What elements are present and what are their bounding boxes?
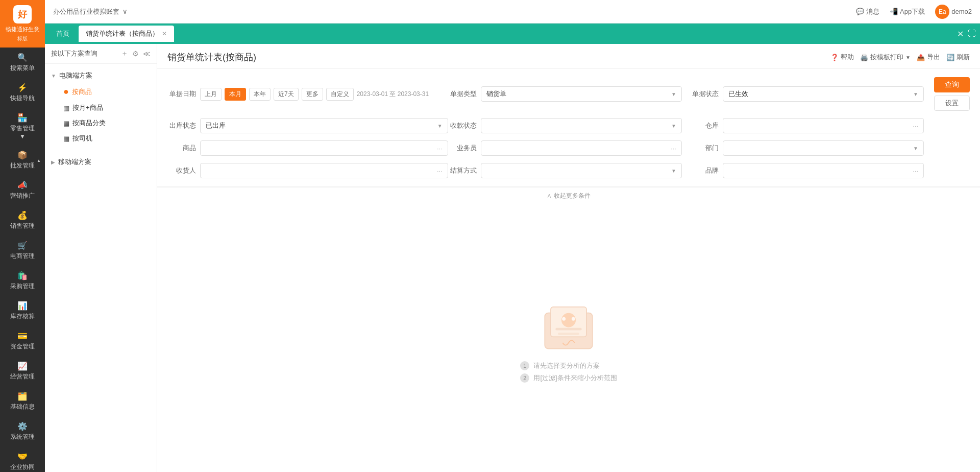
tab-sales-stat[interactable]: 销货单统计表（按商品） ✕ <box>79 26 174 42</box>
date-btn-this-month[interactable]: 本月 <box>225 88 246 101</box>
empty-illustration <box>533 294 604 357</box>
sidebar-item-system[interactable]: ⚙️ 系统管理 <box>0 416 45 446</box>
sidebar-label-wholesale: 批发管理 <box>10 161 35 170</box>
sidebar-item-search[interactable]: 🔍 搜索菜单 <box>0 48 45 78</box>
sidebar-item-quicknav[interactable]: ⚡ 快捷导航 <box>0 78 45 108</box>
by-driver-label: 按司机 <box>72 134 92 143</box>
sidebar-item-inventory[interactable]: 📊 库存核算 <box>0 296 45 326</box>
doc-type-label: 单据类型 <box>448 89 477 99</box>
collapse-bar[interactable]: ∧ 收起更多条件 <box>157 187 980 204</box>
filter-receipt-status-field: 收款状态 ▼ <box>448 118 682 133</box>
tab-close-icon[interactable]: ✕ <box>162 30 167 37</box>
scheme-by-product[interactable]: ● 按商品 <box>59 83 157 100</box>
svg-point-6 <box>572 317 575 320</box>
filter-area: 单据日期 上月 本月 本年 近7天 更多 自定义 2023-03-01 至 20… <box>157 69 980 187</box>
recipient-input[interactable]: ··· <box>200 163 448 178</box>
by-month-product-icon: ▦ <box>63 104 69 112</box>
sidebar-item-wholesale[interactable]: 📦 批发管理 <box>0 145 45 175</box>
date-btn-this-year[interactable]: 本年 <box>249 88 271 101</box>
sidebar-item-ecommerce[interactable]: 🛒 电商管理 <box>0 235 45 266</box>
brand-input[interactable]: ··· <box>723 163 924 178</box>
export-btn[interactable]: 📤 导出 <box>917 53 940 62</box>
by-category-label: 按商品分类 <box>72 119 106 128</box>
by-month-product-label: 按月+商品 <box>72 103 103 112</box>
filter-date-field: 单据日期 上月 本月 本年 近7天 更多 自定义 2023-03-01 至 20… <box>167 88 448 101</box>
by-product-dot: ● <box>63 86 69 97</box>
sidebar-item-operations[interactable]: 📈 经营管理 <box>0 356 45 386</box>
search-icon: 🔍 <box>17 53 28 62</box>
by-category-icon: ▦ <box>63 120 69 127</box>
out-status-input[interactable]: 已出库 ▼ <box>200 118 448 133</box>
tab-close-all-icon[interactable]: ✕ <box>957 29 964 39</box>
filter-row-2: 出库状态 已出库 ▼ 收款状态 ▼ <box>167 118 970 133</box>
collapse-panel-btn[interactable]: ≪ <box>143 50 151 58</box>
refresh-btn[interactable]: 🔄 刷新 <box>946 53 970 62</box>
settlement-chevron: ▼ <box>671 168 676 174</box>
date-btn-7days[interactable]: 近7天 <box>274 88 299 101</box>
sidebar-item-purchase[interactable]: 🛍️ 采购管理 <box>0 266 45 296</box>
settlement-input[interactable]: ▼ <box>481 163 682 178</box>
setting-btn[interactable]: 设置 <box>934 96 970 111</box>
salesperson-label: 业务员 <box>448 144 477 153</box>
query-btn[interactable]: 查询 <box>934 77 970 92</box>
warehouse-dots: ··· <box>913 122 918 130</box>
app-name: 畅捷通好生意 <box>6 26 39 33</box>
sales-icon: 💰 <box>17 210 28 220</box>
date-btn-last-month[interactable]: 上月 <box>200 88 222 101</box>
message-btn[interactable]: 💬 消息 <box>856 7 879 16</box>
print-chevron: ▼ <box>905 55 911 60</box>
sidebar-item-marketing[interactable]: 📣 营销推广 <box>0 175 45 205</box>
recipient-dots: ··· <box>437 167 443 175</box>
product-input[interactable]: ··· <box>200 140 448 156</box>
date-label: 单据日期 <box>167 89 196 99</box>
desktop-scheme-node[interactable]: ▼ 电脑端方案 <box>45 68 157 83</box>
left-panel-title: 按以下方案查询 <box>51 49 117 58</box>
warehouse-input[interactable]: ··· <box>723 118 924 133</box>
department-input[interactable]: ▼ <box>723 140 924 156</box>
app-download-btn[interactable]: 📲 App下载 <box>890 7 925 16</box>
help-label: 帮助 <box>841 53 854 62</box>
tab-home[interactable]: 首页 <box>49 26 77 42</box>
sidebar-item-finance[interactable]: 💳 资金管理 <box>0 326 45 356</box>
empty-step-1: 1 请先选择要分析的方案 <box>520 361 617 370</box>
filter-product-field: 商品 ··· <box>167 140 448 156</box>
scheme-by-category[interactable]: ▦ 按商品分类 <box>59 115 157 131</box>
help-btn[interactable]: ❓ 帮助 <box>830 53 854 62</box>
receipt-status-input[interactable]: ▼ <box>481 118 682 133</box>
sidebar-item-retail[interactable]: 🏪 零售管理 <box>0 108 45 145</box>
app-logo[interactable]: 好 畅捷通好生意 标版 <box>0 0 45 48</box>
sidebar-label-marketing: 营销推广 <box>10 192 35 200</box>
filter-recipient-field: 收货人 ··· <box>167 163 448 178</box>
sidebar-item-basics[interactable]: 🗂️ 基础信息 <box>0 386 45 416</box>
mobile-scheme-group: ▶ 移动端方案 <box>45 150 157 174</box>
doc-status-chevron: ▼ <box>913 91 918 97</box>
app-subtext: 标版 <box>17 35 28 42</box>
doc-type-input[interactable]: 销货单 ▼ <box>481 86 682 102</box>
settings-scheme-btn[interactable]: ⚙ <box>132 50 139 58</box>
basics-icon: 🗂️ <box>17 391 28 401</box>
filter-settlement-field: 结算方式 ▼ <box>448 163 682 178</box>
brand-label: 品牌 <box>690 166 719 175</box>
salesperson-input[interactable]: ··· <box>481 140 682 156</box>
user-profile-btn[interactable]: Ea demo2 <box>935 5 972 19</box>
doc-status-input[interactable]: 已生效 ▼ <box>723 86 924 102</box>
scheme-by-driver[interactable]: ▦ 按司机 <box>59 131 157 146</box>
scheme-by-month-product[interactable]: ▦ 按月+商品 <box>59 100 157 115</box>
filter-section: 单据日期 上月 本月 本年 近7天 更多 自定义 2023-03-01 至 20… <box>157 69 980 204</box>
sidebar-label-basics: 基础信息 <box>10 403 35 411</box>
date-btn-custom[interactable]: 自定义 <box>326 88 354 101</box>
sidebar-item-enterprise[interactable]: 🤝 企业协同 <box>0 446 45 472</box>
mobile-scheme-node[interactable]: ▶ 移动端方案 <box>45 154 157 170</box>
wholesale-icon: 📦 <box>17 150 28 160</box>
date-btn-more[interactable]: 更多 <box>302 88 323 101</box>
sidebar-item-sales[interactable]: 💰 销售管理 <box>0 205 45 235</box>
sidebar-label-enterprise: 企业协同 <box>10 463 35 471</box>
page-actions: ❓ 帮助 🖨️ 按模板打印 ▼ 📤 导出 🔄 刷新 <box>830 53 970 62</box>
topbar: 办公用品行业模拟账套 ∨ 💬 消息 📲 App下载 Ea demo2 <box>45 0 980 23</box>
add-scheme-btn[interactable]: ＋ <box>121 49 128 58</box>
filter-row-4: 收货人 ··· 结算方式 ▼ <box>167 163 970 178</box>
warehouse-label: 仓库 <box>690 121 719 130</box>
empty-tip-2: 用[过滤]条件来缩小分析范围 <box>533 373 617 383</box>
tab-expand-icon[interactable]: ⛶ <box>968 29 976 38</box>
template-print-btn[interactable]: 🖨️ 按模板打印 ▼ <box>860 53 911 62</box>
